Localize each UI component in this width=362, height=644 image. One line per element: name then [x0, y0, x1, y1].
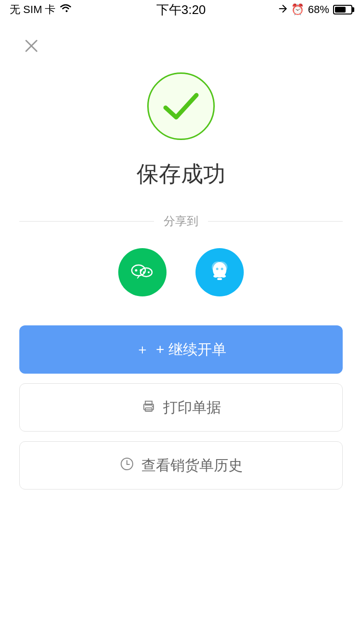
close-button[interactable] — [19, 34, 43, 58]
success-section: 保存成功 — [0, 63, 362, 213]
share-icons — [0, 248, 362, 325]
qq-icon — [205, 258, 234, 287]
print-button[interactable]: 打印单据 — [19, 383, 343, 432]
svg-point-4 — [140, 268, 152, 277]
close-area — [0, 19, 362, 63]
qq-share-button[interactable] — [195, 248, 244, 296]
svg-point-5 — [135, 269, 138, 272]
svg-point-12 — [221, 275, 226, 278]
status-left: 无 SIM 卡 — [10, 2, 72, 17]
status-right: ⏰ 68% — [278, 3, 352, 16]
status-bar: 无 SIM 卡 下午3:20 ⏰ 68% — [0, 0, 362, 19]
close-icon — [24, 39, 39, 53]
checkmark-icon — [162, 89, 200, 123]
success-title: 保存成功 — [137, 159, 225, 189]
success-circle — [147, 72, 215, 140]
continue-button[interactable]: ＋ + 继续开单 — [19, 325, 343, 374]
svg-point-6 — [140, 269, 142, 272]
wifi-icon — [59, 3, 72, 16]
actions: ＋ + 继续开单 打印单据 查看销货单历史 — [0, 325, 362, 490]
svg-point-8 — [148, 271, 150, 273]
svg-point-7 — [143, 271, 145, 273]
wechat-icon — [128, 258, 157, 287]
svg-point-19 — [152, 406, 153, 407]
history-icon — [119, 456, 135, 475]
history-button[interactable]: 查看销货单历史 — [19, 441, 343, 490]
battery-percentage: 68% — [308, 3, 329, 16]
status-time: 下午3:20 — [156, 1, 206, 18]
no-sim-text: 无 SIM 卡 — [10, 2, 56, 17]
wechat-share-button[interactable] — [118, 248, 167, 296]
share-label: 分享到 — [154, 213, 208, 229]
battery-icon — [333, 5, 352, 14]
svg-point-3 — [132, 265, 145, 276]
continue-label: + 继续开单 — [156, 340, 226, 360]
svg-rect-13 — [217, 278, 222, 280]
svg-point-11 — [213, 275, 218, 278]
history-label: 查看销货单历史 — [141, 456, 243, 476]
share-divider: 分享到 — [0, 213, 362, 229]
alarm-icon: ⏰ — [291, 3, 304, 16]
plus-icon: ＋ — [136, 340, 149, 359]
print-icon — [141, 398, 156, 417]
print-label: 打印单据 — [163, 398, 221, 418]
location-icon — [278, 3, 287, 16]
